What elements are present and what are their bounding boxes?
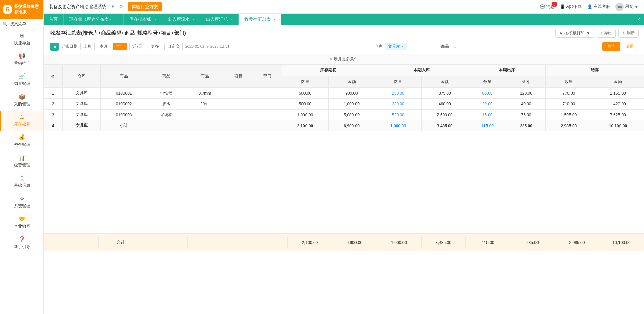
row1-out-amt: 120.00 — [507, 88, 546, 99]
subtotal-in-amt: 3,435.00 — [422, 120, 468, 131]
try-btn[interactable]: 体验行业方案 — [128, 2, 162, 11]
tab-batch-ledger[interactable]: 库存批次账 × — [124, 14, 162, 25]
sidebar-label-finance: 资金管理 — [14, 142, 30, 148]
warehouse-filter-more[interactable]: ... — [409, 44, 415, 50]
user-menu[interactable]: Ea 用友 ▼ — [615, 3, 639, 11]
sidebar-item-newbie[interactable]: ❓ 新手引导 — [0, 233, 43, 253]
purchase-icon: 📦 — [19, 94, 26, 100]
date-btn-this-month[interactable]: 本月 — [97, 43, 111, 50]
row1-warehouse: 文具库 — [62, 88, 100, 99]
filter-toggle-btn[interactable]: ◀ — [50, 43, 59, 51]
export-btn[interactable]: ↑ 导出 — [597, 29, 616, 38]
online-service-btn[interactable]: 👤 在线客服 — [587, 4, 610, 10]
table-settings-icon: ⚙ — [51, 74, 55, 79]
gear-icon[interactable]: ⚙ — [119, 4, 123, 10]
total-in-qty: 1,000.00 — [377, 237, 421, 248]
tab-batch-ledger-close[interactable]: × — [154, 17, 156, 21]
row3-out-qty[interactable]: 15.00 — [468, 110, 507, 120]
row1-in-qty-link[interactable]: 250.00 — [392, 91, 404, 96]
date-btn-more[interactable]: 更多 — [148, 43, 162, 50]
sidebar-item-sales[interactable]: 🛒 销售管理 — [0, 70, 43, 90]
sidebar-label-sales: 销售管理 — [14, 81, 30, 87]
row2-out-qty[interactable]: 20.00 — [468, 99, 507, 110]
tab-home-label: 首页 — [49, 16, 58, 22]
tab-receive-summary-label: 收发存汇总表 — [244, 16, 271, 22]
tab-stock-flow-label: 出入库流水 — [168, 16, 190, 22]
print-icon: 🖨 — [559, 31, 563, 36]
sidebar-item-quick-nav[interactable]: ⊞ 快捷导航 — [0, 29, 43, 49]
date-btn-7days[interactable]: 近7天 — [129, 43, 146, 50]
search-menu-item[interactable]: 🔍 搜索菜单 — [0, 19, 43, 29]
row1-in-qty[interactable]: 250.00 — [375, 88, 422, 99]
app-version: 标准版 — [14, 10, 39, 15]
sidebar-label-enterprise: 企业协同 — [14, 224, 30, 229]
th-name: 商品 — [147, 65, 185, 88]
row2-in-qty-link[interactable]: 230.00 — [392, 102, 404, 106]
row2-spec: 20ml — [185, 99, 224, 110]
row1-spec: 0.7mm — [185, 88, 224, 99]
sidebar-item-system[interactable]: ⚙ 系统管理 — [0, 192, 43, 212]
app-logo: 6 畅捷通好生意 标准版 — [0, 0, 43, 19]
row2-num: 2 — [44, 99, 63, 110]
date-btn-this-year[interactable]: 本年 — [113, 43, 127, 50]
table-row: 3 文具库 0100003 采访本 1,000.00 5,000.00 520.… — [44, 110, 644, 120]
empty-space — [44, 131, 644, 233]
total-open-qty: 2,100.00 — [288, 237, 332, 248]
goods-filter-more[interactable]: ... — [451, 44, 457, 50]
row2-in-amt: 460.00 — [422, 99, 468, 110]
tab-stock-dist[interactable]: 现存量（库存分布表） × — [64, 14, 124, 25]
row1-out-qty-link[interactable]: 80.00 — [482, 91, 493, 96]
total-empty2 — [54, 237, 99, 248]
th-settings[interactable]: ⚙ — [44, 65, 63, 88]
row1-out-qty[interactable]: 80.00 — [468, 88, 507, 99]
message-badge: 6 — [552, 2, 557, 7]
date-btn-custom[interactable]: 自定义 — [164, 43, 183, 50]
sidebar-label-operations: 经营管理 — [14, 162, 30, 168]
message-btn[interactable]: 💬 消息 6 — [540, 4, 555, 10]
tab-stock-summary[interactable]: 出入库汇总 × — [200, 14, 238, 25]
tab-stock-dist-close[interactable]: × — [116, 17, 118, 21]
app-download-label: App下载 — [566, 4, 582, 10]
sidebar-item-base-info[interactable]: 📋 基础信息 — [0, 171, 43, 192]
tab-home[interactable]: 首页 — [44, 14, 64, 25]
subtotal-in-qty-link[interactable]: 1,000.00 — [390, 123, 406, 128]
sidebar-item-finance[interactable]: 💰 资金管理 — [0, 131, 43, 151]
app-download-btn[interactable]: 📱 App下载 — [560, 4, 582, 10]
date-btn-last-month[interactable]: 上月 — [80, 43, 95, 50]
tab-stock-flow[interactable]: 出入库流水 × — [162, 14, 200, 25]
sidebar-item-purchase[interactable]: 📦 采购管理 — [0, 90, 43, 111]
tab-receive-summary[interactable]: 收发存汇总表 × — [239, 14, 281, 25]
row3-out-qty-link[interactable]: 15.00 — [482, 113, 493, 117]
table-row: 2 文具库 0100002 胶水 20ml 500.00 1,000.00 23… — [44, 99, 644, 110]
close-all-tabs-btn[interactable]: × — [633, 14, 644, 25]
tab-stock-summary-close[interactable]: × — [231, 17, 233, 21]
query-btn[interactable]: 查询 — [602, 42, 620, 51]
logo-icon: 6 — [3, 5, 12, 14]
warehouse-tag-remove[interactable]: × — [401, 44, 404, 49]
subtotal-out-qty-link[interactable]: 115.00 — [481, 123, 494, 128]
total-empty1 — [44, 237, 54, 248]
setting-btn[interactable]: 设置 — [622, 42, 637, 51]
row2-open-qty: 500.00 — [282, 99, 328, 110]
tab-receive-summary-close[interactable]: × — [274, 17, 276, 21]
avatar: Ea — [615, 3, 624, 11]
row3-in-qty[interactable]: 520.00 — [375, 110, 422, 120]
sidebar-item-operations[interactable]: 📊 经营管理 — [0, 151, 43, 171]
row3-name: 采访本 — [147, 110, 185, 120]
sidebar-item-marketing[interactable]: 📢 营销推广 — [0, 49, 43, 70]
th-open-amt: 金额 — [328, 76, 375, 88]
sidebar-item-inventory[interactable]: 🗂 库存核算 — [0, 111, 43, 131]
tab-stock-flow-close[interactable]: × — [193, 17, 195, 21]
page-content: 收发存汇总表(按仓库+商品编码+商品+规格型号+项目+部门) 🖨 按模板打印 ▼… — [44, 25, 644, 314]
print-btn[interactable]: 🖨 按模板打印 ▼ — [555, 29, 594, 38]
warehouse-filter: 仓库 文具库 × ... — [375, 43, 415, 50]
goods-filter: 商品 ... — [441, 44, 457, 50]
refresh-btn[interactable]: ↻ 刷新 — [618, 29, 639, 38]
row2-in-qty[interactable]: 230.00 — [375, 99, 422, 110]
row2-out-qty-link[interactable]: 20.00 — [482, 102, 493, 106]
row3-in-qty-link[interactable]: 520.00 — [392, 113, 404, 117]
sidebar-item-enterprise[interactable]: 🤝 企业协同 — [0, 212, 43, 233]
expand-more-bar[interactable]: ∨ 展开更多条件 — [44, 54, 644, 64]
main-content: 装备及固定资产辅助管理系统 ▼ ⚙ 体验行业方案 💬 消息 6 📱 App下载 … — [44, 0, 644, 314]
total-in-amt: 3,435.00 — [421, 237, 466, 248]
